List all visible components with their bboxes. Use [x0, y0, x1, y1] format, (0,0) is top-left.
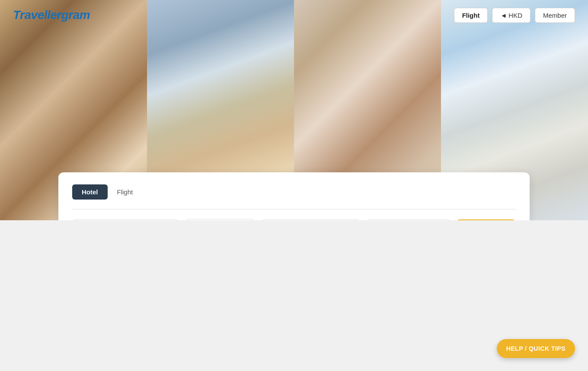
search-button[interactable]: SEARCH: [456, 219, 516, 221]
location-input[interactable]: [72, 219, 179, 221]
country-select[interactable]: United States United Kingdom Japan Austr…: [184, 219, 256, 220]
tab-divider: [72, 209, 516, 209]
tab-hotel[interactable]: Hotel: [72, 184, 108, 200]
logo: Travellergram: [13, 8, 90, 22]
tab-flight[interactable]: Flight: [108, 184, 143, 200]
help-button[interactable]: HELP / QUICK TIPS: [497, 339, 575, 358]
hkd-label: HKD: [508, 12, 522, 19]
tab-row: Hotel Flight: [72, 184, 516, 200]
header: Travellergram Flight ◄ HKD Member: [0, 0, 588, 30]
search-panel: Hotel Flight United States United Kingdo…: [58, 172, 530, 220]
hkd-arrow-icon: ◄: [500, 12, 507, 19]
room-select-wrap: 1 Room and 1 Adult 1 Room and 2 Adult 2 …: [366, 219, 451, 221]
header-nav: Flight ◄ HKD Member: [454, 8, 575, 23]
hero-section: Hotel Flight United States United Kingdo…: [0, 0, 588, 220]
member-button[interactable]: Member: [535, 8, 575, 23]
hkd-button[interactable]: ◄ HKD: [492, 8, 530, 23]
search-row: United States United Kingdom Japan Austr…: [72, 219, 516, 220]
country-select-wrap: United States United Kingdom Japan Austr…: [184, 219, 256, 220]
room-select[interactable]: 1 Room and 1 Adult 1 Room and 2 Adult 2 …: [366, 219, 451, 221]
location-input-wrap: [72, 219, 179, 221]
flight-button[interactable]: Flight: [454, 8, 488, 23]
date-input-wrap: 2025-02-20 ~ 2025 📅: [261, 219, 361, 221]
date-input[interactable]: 2025-02-20 ~ 2025 📅: [261, 219, 361, 221]
